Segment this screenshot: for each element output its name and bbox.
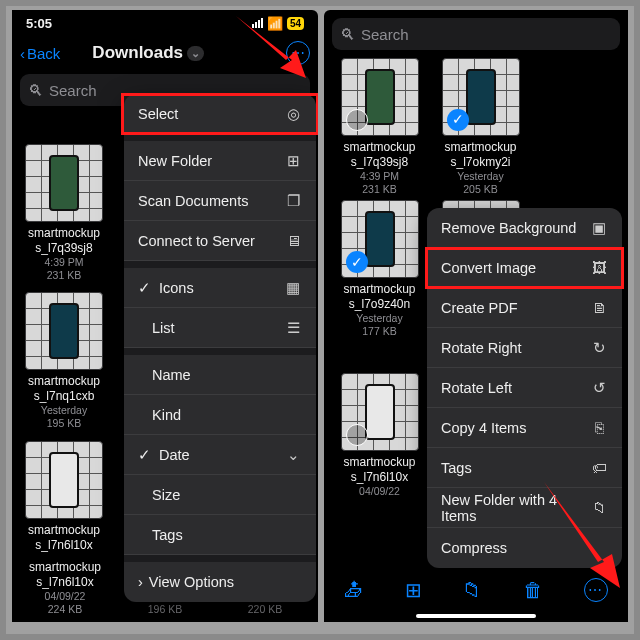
menu-select[interactable]: Select◎ [124,94,316,134]
menu-sort-tags[interactable]: Tags [124,515,316,555]
file-item[interactable]: smartmockup s_l7nq1cxb Yesterday 195 KB [20,292,108,430]
wifi-icon: 📶 [267,16,283,31]
screenshot-left: 5:05 📶 54 ‹ Back Downloads ⌄ ⋯ 🔍︎ Search… [12,10,318,622]
menu-connect-server[interactable]: Connect to Server🖥︎ [124,221,316,261]
menu-view-icons[interactable]: Icons▦ [124,268,316,308]
selection-circle[interactable] [346,109,368,131]
menu-view-options[interactable]: ›View Options [124,562,316,602]
menu-rotate-left[interactable]: Rotate Left↺ [427,368,622,408]
selection-check-icon[interactable]: ✓ [346,251,368,273]
signal-icon [252,18,263,28]
rotate-left-icon: ↺ [590,379,608,397]
tag-icon: 🏷︎ [590,459,608,476]
menu-copy-items[interactable]: Copy 4 Items⎘ [427,408,622,448]
file-item[interactable]: ✓ smartmockup s_l7o9z40n Yesterday 177 K… [332,200,427,338]
scan-icon: ❐ [284,192,302,210]
menu-scan-documents[interactable]: Scan Documents❐ [124,181,316,221]
file-item[interactable]: smartmockup s_l7q39sj8 4:39 PM 231 KB [20,144,108,282]
battery-badge: 54 [287,17,304,30]
move-icon[interactable]: 📁︎ [462,579,482,602]
menu-convert-image[interactable]: Convert Image🖼︎ [427,248,622,288]
server-icon: 🖥︎ [284,232,302,249]
background-icon: ▣ [590,219,608,237]
trash-icon[interactable]: 🗑︎ [523,579,543,602]
folder-icon: 📁︎ [591,499,608,516]
folder-plus-icon: ⊞ [284,152,302,170]
back-button[interactable]: ‹ Back [20,45,60,62]
menu-sort-name[interactable]: Name [124,355,316,395]
menu-compress[interactable]: Compress [427,528,622,568]
file-item[interactable]: smartmockup s_l7n6l10x 04/09/22 [332,373,427,498]
magnifier-icon: 🔍︎ [340,26,355,43]
clock: 5:05 [26,16,52,31]
images-icon: 🖼︎ [590,259,608,276]
search-placeholder: Search [361,26,409,43]
magnifier-icon: 🔍︎ [28,82,43,99]
file-item[interactable]: ✓ smartmockup s_l7okmy2i Yesterday 205 K… [433,58,528,196]
select-icon: ◎ [284,105,302,123]
menu-tags[interactable]: Tags🏷︎ [427,448,622,488]
selection-check-icon[interactable]: ✓ [447,109,469,131]
search-input[interactable]: 🔍︎ Search [332,18,620,50]
folder-title[interactable]: Downloads ⌄ [92,43,204,63]
menu-remove-background[interactable]: Remove Background▣ [427,208,622,248]
menu-sort-size[interactable]: Size [124,475,316,515]
menu-view-list[interactable]: List☰ [124,308,316,348]
file-item[interactable]: smartmockup s_l7n6l10x 04/09/22 224 KB [21,560,109,616]
chevron-left-icon: ‹ [20,45,25,62]
file-item[interactable]: smartmockup s_l7q39sj8 4:39 PM 231 KB [332,58,427,196]
back-label: Back [27,45,60,62]
menu-new-folder-items[interactable]: New Folder with 4 Items📁︎ [427,488,622,528]
menu-create-pdf[interactable]: Create PDF🗎︎ [427,288,622,328]
chevron-down-icon: ⌄ [284,446,302,464]
menu-rotate-right[interactable]: Rotate Right↻ [427,328,622,368]
search-placeholder: Search [49,82,97,99]
screenshot-right: 🔍︎ Search smartmockup s_l7q39sj8 4:39 PM… [324,10,628,622]
chevron-down-icon: ⌄ [187,46,204,61]
grid-icon: ▦ [284,279,302,297]
menu-sort-kind[interactable]: Kind [124,395,316,435]
more-button[interactable]: ⋯ [584,578,608,602]
home-indicator [416,614,536,618]
rotate-right-icon: ↻ [590,339,608,357]
document-icon: 🗎︎ [590,299,608,316]
menu-sort-date[interactable]: Date⌄ [124,435,316,475]
list-icon: ☰ [284,319,302,337]
status-bar: 5:05 📶 54 [12,10,318,36]
selection-circle[interactable] [346,424,368,446]
file-item[interactable]: smartmockup s_l7n6l10x [20,441,108,553]
action-menu: Remove Background▣ Convert Image🖼︎ Creat… [427,208,622,568]
bottom-toolbar: 📤︎ ⊞ 📁︎ 🗑︎ ⋯ [324,568,628,612]
context-menu: Select◎ New Folder⊞ Scan Documents❐ Conn… [124,94,316,602]
more-button[interactable]: ⋯ [286,41,310,65]
share-icon[interactable]: 📤︎ [344,579,364,602]
duplicate-icon[interactable]: ⊞ [405,578,422,602]
menu-new-folder[interactable]: New Folder⊞ [124,141,316,181]
copy-icon: ⎘ [590,419,608,436]
